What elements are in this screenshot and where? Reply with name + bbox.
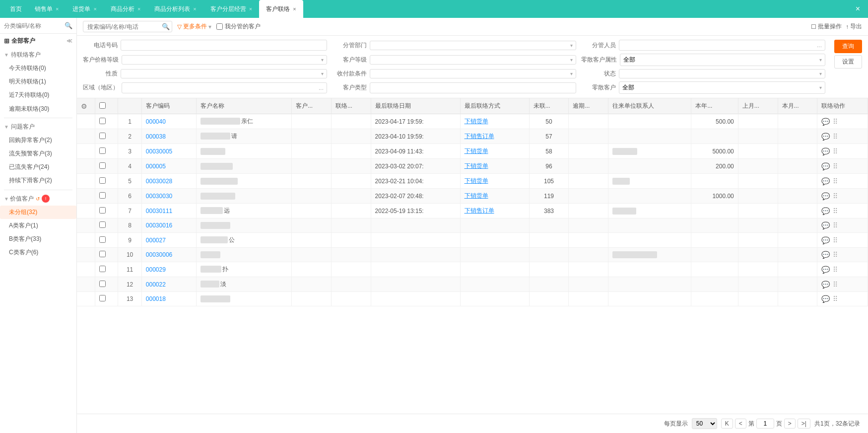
row-select[interactable] — [99, 118, 106, 124]
filter-search-input[interactable] — [87, 23, 162, 30]
col-last-way[interactable]: 最后联络方式 — [460, 98, 529, 114]
row-code[interactable]: 00030006 — [141, 248, 196, 262]
sidebar-item-warning[interactable]: 流失预警客户(3) — [0, 147, 76, 160]
col-name[interactable]: 客户名称 — [196, 98, 291, 114]
sidebar-item-lost[interactable]: 已流失客户(24) — [0, 160, 76, 174]
close-contact-tab[interactable]: × — [293, 6, 296, 12]
filter-search-icon[interactable]: 🔍 — [162, 23, 170, 30]
more-icon[interactable]: ⠿ — [833, 266, 838, 274]
row-last-way[interactable] — [460, 233, 529, 248]
prev-page-btn[interactable]: < — [735, 419, 746, 429]
query-btn[interactable]: 查询 — [834, 40, 862, 53]
chat-icon[interactable]: 💬 — [821, 177, 830, 185]
chat-icon[interactable]: 💬 — [821, 147, 830, 155]
more-conditions-btn[interactable]: ▽ 更多条件 ▾ — [177, 22, 211, 31]
tab-home[interactable]: 首页 — [4, 0, 28, 18]
chat-icon[interactable]: 💬 — [821, 207, 830, 215]
tab-purchase[interactable]: 进货单 × — [66, 0, 103, 18]
row-last-way[interactable] — [460, 248, 529, 262]
row-last-way[interactable]: 下销售订单 — [460, 129, 529, 144]
more-icon[interactable]: ⠿ — [833, 207, 838, 215]
row-select[interactable] — [99, 295, 106, 301]
phone-input[interactable] — [121, 40, 327, 51]
my-customers-checkbox[interactable]: 我分管的客户 — [216, 22, 261, 31]
page-number-input[interactable] — [756, 419, 774, 429]
tab-customer-segment[interactable]: 客户分层经营 × — [203, 0, 259, 18]
price-grade-select[interactable]: ▾ — [122, 55, 327, 65]
row-last-way[interactable] — [460, 262, 529, 277]
row-checkbox[interactable] — [95, 233, 118, 248]
row-code[interactable]: 000022 — [141, 277, 196, 292]
region-ellipsis[interactable]: ... — [122, 82, 327, 93]
row-code[interactable]: 00030005 — [141, 144, 196, 159]
scatter-cust-select[interactable]: 全部 ▾ — [619, 81, 825, 94]
sidebar-item-tomorrow[interactable]: 明天待联络(1) — [0, 75, 76, 88]
more-icon[interactable]: ⠿ — [833, 133, 838, 141]
sidebar-search-icon[interactable]: 🔍 — [65, 22, 72, 29]
batch-operation-btn[interactable]: ☐ 批量操作 — [811, 22, 842, 31]
sidebar-item-7days[interactable]: 近7天待联络(0) — [0, 88, 76, 102]
more-icon[interactable]: ⠿ — [833, 281, 838, 289]
row-checkbox[interactable] — [95, 159, 118, 174]
row-checkbox[interactable] — [95, 248, 118, 262]
my-customers-check[interactable] — [216, 23, 223, 30]
more-icon[interactable]: ⠿ — [833, 221, 838, 229]
chat-icon[interactable]: 💬 — [821, 221, 830, 229]
col-code[interactable]: 客户编码 — [141, 98, 196, 114]
row-select[interactable] — [99, 281, 106, 287]
close-segment-tab[interactable]: × — [249, 6, 252, 12]
more-icon[interactable]: ⠿ — [833, 295, 838, 303]
row-checkbox[interactable] — [95, 114, 118, 129]
scatter-attr-select[interactable]: 全部 ▾ — [620, 54, 825, 66]
sidebar-value-group[interactable]: ▼ 价值客户 ↺ ! — [0, 192, 76, 206]
col-last-month[interactable]: 上月... — [738, 98, 778, 114]
tab-product-list[interactable]: 商品分析列表 × — [147, 0, 203, 18]
row-select[interactable] — [99, 221, 106, 228]
row-code[interactable]: 00030016 — [141, 218, 196, 233]
row-code[interactable]: 00030028 — [141, 174, 196, 189]
dept-select[interactable]: ▾ — [370, 41, 576, 50]
row-checkbox[interactable] — [95, 218, 118, 233]
row-checkbox[interactable] — [95, 189, 118, 204]
row-select[interactable] — [99, 207, 106, 214]
col-intercompany[interactable]: 往来单位联系人 — [608, 98, 691, 114]
row-code[interactable]: 000029 — [141, 262, 196, 277]
more-icon[interactable]: ⠿ — [833, 251, 838, 259]
gear-icon[interactable]: ⚙ — [81, 102, 87, 110]
close-all-btn[interactable]: × — [852, 4, 864, 13]
next-page-btn[interactable]: > — [784, 419, 796, 429]
sidebar-search-input[interactable] — [4, 22, 65, 29]
tab-customer-contact[interactable]: 客户联络 × — [259, 0, 303, 18]
sidebar-collapse-icon[interactable]: ≪ — [67, 38, 72, 44]
row-code[interactable]: 000027 — [141, 233, 196, 248]
sidebar-item-class-a[interactable]: A类客户(1) — [0, 219, 76, 232]
reset-btn[interactable]: 设置 — [834, 55, 862, 69]
col-last-date[interactable]: 最后联络日期 — [371, 98, 460, 114]
sidebar-item-abnormal[interactable]: 回购异常客户(2) — [0, 134, 76, 147]
row-last-way[interactable]: 下销货单 — [460, 174, 529, 189]
col-no-contact[interactable]: 未联... — [529, 98, 569, 114]
chat-icon[interactable]: 💬 — [821, 118, 830, 126]
sidebar-problem-group[interactable]: ▼ 问题客户 — [0, 120, 76, 134]
close-sales-tab[interactable]: × — [56, 6, 59, 12]
export-btn[interactable]: ↑ 导出 — [846, 22, 862, 31]
sidebar-item-class-b[interactable]: B类客户(33) — [0, 232, 76, 246]
row-select[interactable] — [99, 133, 106, 139]
row-code[interactable]: 00030030 — [141, 189, 196, 204]
col-this-year[interactable]: 本年... — [691, 98, 738, 114]
row-last-way[interactable]: 下销售订单 — [460, 204, 529, 218]
chat-icon[interactable]: 💬 — [821, 192, 830, 200]
row-select[interactable] — [99, 236, 106, 243]
row-last-way[interactable] — [460, 292, 529, 306]
row-checkbox[interactable] — [95, 204, 118, 218]
close-purchase-tab[interactable]: × — [93, 6, 96, 12]
row-code[interactable]: 000018 — [141, 292, 196, 306]
chat-icon[interactable]: 💬 — [821, 133, 830, 141]
chat-icon[interactable]: 💬 — [821, 266, 830, 274]
row-checkbox[interactable] — [95, 292, 118, 306]
row-select[interactable] — [99, 251, 106, 257]
filter-search-box[interactable]: 🔍 — [83, 21, 172, 32]
more-icon[interactable]: ⠿ — [833, 236, 838, 244]
row-last-way[interactable]: 下销货单 — [460, 114, 529, 129]
cust-grade-select[interactable]: ▾ — [370, 55, 576, 65]
